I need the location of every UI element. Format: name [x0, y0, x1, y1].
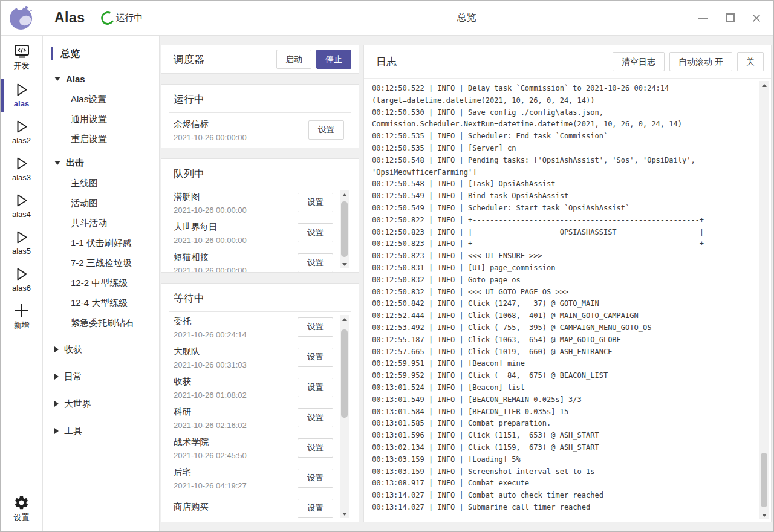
- rail-item-settings[interactable]: 设置: [1, 490, 42, 531]
- menu-group-header[interactable]: 大世界: [43, 394, 159, 414]
- task-time: 2021-10-26 00:00:00: [174, 133, 308, 142]
- task-setting-button[interactable]: 设置: [308, 120, 344, 140]
- task-setting-button[interactable]: 设置: [298, 317, 333, 337]
- menu-item[interactable]: 通用设置: [43, 109, 159, 129]
- window-controls: [692, 1, 767, 35]
- scroll-down-arrow[interactable]: [340, 510, 349, 518]
- log-line: 00:13:01.596 | INFO | Click (1151, 653) …: [372, 430, 753, 442]
- menu-item[interactable]: 重启设置: [43, 129, 159, 149]
- scroll-down-arrow[interactable]: [340, 260, 349, 268]
- minimize-button[interactable]: [692, 7, 714, 29]
- scheduler-column: 调度器 启动 停止 运行中 余烬信标 2021-10-26 00:00:00 设…: [161, 45, 359, 522]
- task-setting-button[interactable]: 设置: [298, 193, 333, 212]
- scheduler-start-button[interactable]: 启动: [276, 50, 311, 69]
- menu-item[interactable]: 12-2 中型练级: [43, 273, 159, 293]
- task-setting-button[interactable]: 设置: [298, 438, 333, 458]
- task-time: 2021-10-26 04:19:27: [174, 481, 298, 490]
- rail-item-add[interactable]: 新增: [1, 298, 42, 336]
- scheduler-stop-button[interactable]: 停止: [316, 50, 351, 69]
- menu-group-header[interactable]: Alas: [43, 68, 159, 89]
- rail-item-dev[interactable]: 开发: [1, 39, 42, 77]
- task-row: 后宅 2021-10-26 04:19:27 设置: [161, 463, 359, 493]
- rail-instance-alas2[interactable]: alas2: [1, 114, 42, 151]
- task-time: 2021-10-26 00:31:03: [174, 360, 298, 369]
- menu-item[interactable]: Alas设置: [43, 89, 159, 109]
- log-line: 00:12:50.535 | INFO | [Server] cn: [372, 143, 753, 155]
- menu-item[interactable]: 1-1 伏击刷好感: [43, 233, 159, 253]
- waiting-scrollbar[interactable]: [340, 315, 349, 518]
- task-name: 战术学院: [174, 436, 298, 448]
- menu-sidebar: 总览 Alas Alas设置 通用设置 重启设置 出击 主线图 活动图 共斗活动…: [43, 36, 160, 531]
- task-info: 收获 2021-10-26 01:08:02: [174, 376, 298, 400]
- menu-group-header[interactable]: 工具: [43, 421, 159, 441]
- waiting-card: 等待中 委托 2021-10-26 00:24:14 设置 大舰队 2021-1…: [161, 283, 359, 522]
- menu-item[interactable]: 活动图: [43, 193, 159, 213]
- task-name: 大世界每日: [174, 221, 298, 233]
- app-title: Alas: [54, 10, 85, 26]
- task-info: 大世界每日 2021-10-26 00:00:00: [174, 221, 298, 245]
- menu-group-label: 出击: [66, 157, 84, 169]
- menu-item[interactable]: 主线图: [43, 173, 159, 193]
- menu-item[interactable]: 12-4 大型练级: [43, 293, 159, 313]
- rail-instance-alas[interactable]: alas: [1, 77, 42, 114]
- rail-instance-alas6[interactable]: alas6: [1, 261, 42, 298]
- log-line: 00:12:50.842 | INFO | Click (1247, 37) @…: [372, 298, 753, 310]
- log-line: (target=datetime.datetime(2021, 10, 26, …: [372, 95, 753, 107]
- scrollbar-thumb[interactable]: [761, 453, 767, 507]
- task-name: 收获: [174, 376, 298, 388]
- log-line: 00:13:01.524 | INFO | [Beacon] list: [372, 382, 753, 394]
- task-setting-button[interactable]: 设置: [298, 253, 333, 273]
- rail-instance-label: alas: [14, 99, 29, 108]
- menu-item[interactable]: 紧急委托刷钻石: [43, 313, 159, 332]
- log-line: 00:13:14.027 | INFO | Submarine call tim…: [372, 502, 753, 514]
- task-setting-button[interactable]: 设置: [298, 499, 333, 518]
- task-row: 委托 2021-10-26 00:24:14 设置: [161, 312, 359, 342]
- scroll-up-arrow[interactable]: [759, 81, 769, 89]
- autoscroll-toggle-button[interactable]: 自动滚动 开: [669, 52, 732, 71]
- scrollbar-thumb[interactable]: [341, 329, 348, 418]
- task-time: 2021-10-26 00:00:00: [174, 236, 298, 245]
- task-setting-button[interactable]: 设置: [298, 469, 333, 488]
- rail-instance-alas5[interactable]: alas5: [1, 224, 42, 261]
- task-info: 潜艇图 2021-10-26 00:00:00: [174, 191, 298, 215]
- rail-instance-alas4[interactable]: alas4: [1, 187, 42, 224]
- log-line: Commission.Scheduler.NextRun=datetime.da…: [372, 118, 753, 131]
- log-line: 00:13:03.159 | INFO | Screenshot interva…: [372, 466, 753, 478]
- menu-group-header[interactable]: 出击: [43, 152, 159, 173]
- log-close-button[interactable]: 关: [737, 52, 764, 71]
- task-info: 短猫相接 2021-10-26 00:00:00: [174, 251, 298, 273]
- scroll-down-arrow[interactable]: [759, 511, 769, 519]
- instance-rail: 开发 alas alas2 alas3 alas4 alas5: [1, 36, 43, 531]
- log-line: 00:12:50.530 | INFO | Save config ./conf…: [372, 107, 753, 119]
- menu-item[interactable]: 共斗活动: [43, 213, 159, 233]
- task-setting-button[interactable]: 设置: [298, 378, 333, 397]
- log-body[interactable]: 00:12:50.522 | INFO | Delay task `Commis…: [364, 78, 771, 522]
- pending-scrollbar[interactable]: [340, 190, 349, 268]
- scrollbar-thumb[interactable]: [341, 201, 348, 257]
- log-scrollbar[interactable]: [759, 81, 769, 519]
- task-setting-button[interactable]: 设置: [298, 408, 333, 427]
- menu-group-header[interactable]: 收获: [43, 339, 159, 360]
- clear-log-button[interactable]: 清空日志: [613, 52, 665, 71]
- pending-title: 队列中: [169, 159, 351, 187]
- log-line: 00:12:50.823 | INFO | | OPSIASHASSIST |: [372, 227, 753, 239]
- close-button[interactable]: [746, 7, 767, 29]
- task-setting-button[interactable]: 设置: [298, 348, 333, 367]
- maximize-button[interactable]: [719, 7, 741, 29]
- menu-item-overview[interactable]: 总览: [43, 43, 159, 65]
- task-setting-button[interactable]: 设置: [298, 223, 333, 242]
- log-line: 00:12:50.522 | INFO | Delay task `Commis…: [372, 83, 753, 95]
- menu-group-header[interactable]: 日常: [43, 366, 159, 387]
- plus-icon: [14, 303, 30, 319]
- menu-item[interactable]: 7-2 三战捡垃圾: [43, 253, 159, 273]
- rail-instance-alas3[interactable]: alas3: [1, 151, 42, 187]
- log-line: 00:12:50.549 | INFO | Scheduler: Start t…: [372, 203, 753, 215]
- play-triangle-icon: [13, 229, 30, 245]
- rail-instance-label: alas5: [12, 247, 31, 256]
- scroll-up-arrow[interactable]: [340, 315, 349, 323]
- task-time: 2021-10-26 00:00:00: [174, 206, 298, 215]
- content-area: 调度器 启动 停止 运行中 余烬信标 2021-10-26 00:00:00 设…: [160, 36, 773, 531]
- task-row: 余烬信标 2021-10-26 00:00:00 设置: [161, 113, 359, 147]
- scroll-up-arrow[interactable]: [340, 190, 349, 199]
- play-triangle-icon: [13, 82, 30, 98]
